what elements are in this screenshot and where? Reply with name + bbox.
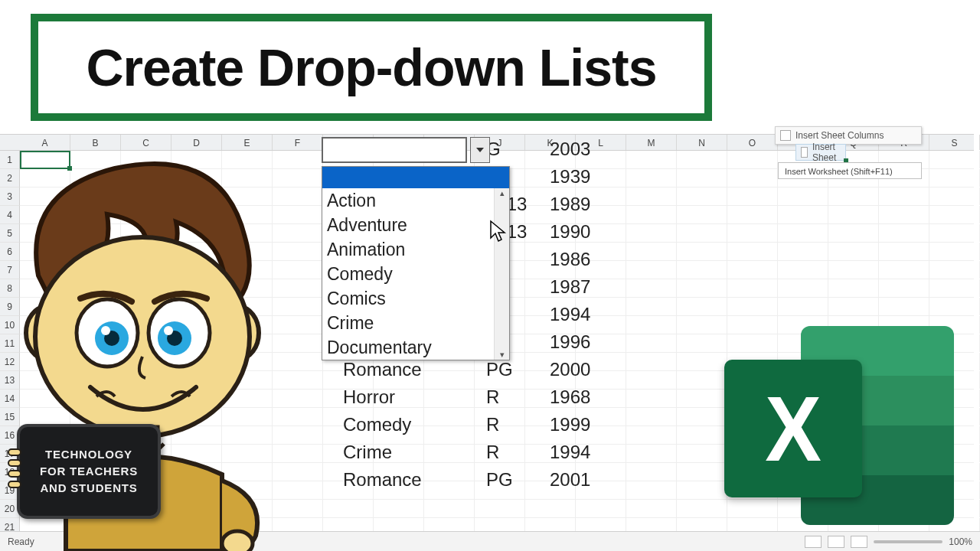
cell[interactable] bbox=[929, 224, 980, 242]
menu-insert-sheet-columns[interactable]: Insert Sheet Columns bbox=[776, 127, 921, 144]
cell[interactable] bbox=[374, 500, 424, 517]
cell[interactable] bbox=[677, 463, 727, 481]
cell[interactable] bbox=[626, 481, 677, 499]
cell[interactable] bbox=[525, 500, 576, 517]
cell[interactable] bbox=[828, 206, 879, 223]
year-cell[interactable]: 2003 bbox=[550, 139, 590, 160]
cell[interactable] bbox=[727, 279, 778, 297]
genre-cell[interactable]: Romance bbox=[343, 469, 422, 491]
cell[interactable] bbox=[929, 151, 980, 168]
dropdown-list[interactable]: Action Adventure Animation Comedy Comics… bbox=[322, 166, 510, 360]
cell[interactable] bbox=[778, 206, 828, 223]
cell[interactable] bbox=[879, 224, 929, 242]
genre-cell[interactable]: Comedy bbox=[343, 414, 411, 435]
cell[interactable] bbox=[626, 187, 677, 205]
column-header[interactable]: N bbox=[677, 135, 727, 150]
cell[interactable] bbox=[626, 169, 677, 187]
cell[interactable] bbox=[828, 298, 879, 315]
cell[interactable] bbox=[727, 224, 778, 242]
cell[interactable] bbox=[677, 353, 727, 370]
cell[interactable] bbox=[828, 261, 879, 279]
cell[interactable] bbox=[727, 243, 778, 260]
cell[interactable] bbox=[677, 243, 727, 260]
year-cell[interactable]: 1990 bbox=[550, 221, 590, 243]
cell[interactable] bbox=[677, 187, 727, 205]
cell[interactable] bbox=[929, 279, 980, 297]
cell[interactable] bbox=[677, 261, 727, 279]
rating-cell[interactable]: R bbox=[486, 414, 499, 435]
cell[interactable] bbox=[424, 481, 475, 499]
cell[interactable] bbox=[677, 408, 727, 425]
rating-cell[interactable]: PG bbox=[486, 359, 513, 380]
cell[interactable] bbox=[626, 316, 677, 334]
cell[interactable] bbox=[677, 169, 727, 187]
menu-insert-sheet[interactable]: Insert Sheet bbox=[795, 144, 846, 161]
cell[interactable] bbox=[424, 426, 475, 444]
cell[interactable] bbox=[424, 445, 475, 462]
year-cell[interactable]: 2001 bbox=[550, 469, 590, 491]
year-cell[interactable]: 1994 bbox=[550, 442, 590, 463]
cell[interactable] bbox=[778, 261, 828, 279]
dropdown-option[interactable]: Crime bbox=[322, 311, 509, 335]
cell[interactable] bbox=[929, 298, 980, 315]
cell[interactable] bbox=[677, 224, 727, 242]
cell[interactable] bbox=[424, 463, 475, 481]
cell[interactable] bbox=[828, 243, 879, 260]
year-cell[interactable]: 1994 bbox=[550, 304, 590, 325]
cell[interactable] bbox=[677, 316, 727, 334]
cell[interactable] bbox=[879, 187, 929, 205]
cell[interactable] bbox=[626, 426, 677, 444]
cell[interactable] bbox=[879, 261, 929, 279]
cell[interactable] bbox=[475, 445, 525, 462]
cell[interactable] bbox=[727, 298, 778, 315]
cell[interactable] bbox=[626, 298, 677, 315]
cell[interactable] bbox=[626, 445, 677, 462]
cell[interactable] bbox=[727, 261, 778, 279]
cell[interactable] bbox=[677, 279, 727, 297]
cell[interactable] bbox=[778, 224, 828, 242]
cell[interactable] bbox=[879, 298, 929, 315]
cell[interactable] bbox=[929, 243, 980, 260]
dropdown-option[interactable]: Documentary bbox=[322, 335, 509, 360]
genre-cell[interactable]: Romance bbox=[343, 359, 422, 380]
cell[interactable] bbox=[475, 426, 525, 444]
dropdown-cell[interactable] bbox=[322, 137, 467, 163]
dropdown-option[interactable]: Animation bbox=[322, 237, 509, 262]
year-cell[interactable]: 1989 bbox=[550, 194, 590, 215]
cell[interactable] bbox=[828, 279, 879, 297]
cell[interactable] bbox=[727, 187, 778, 205]
view-pagelayout-button[interactable] bbox=[828, 536, 844, 548]
cell[interactable] bbox=[778, 187, 828, 205]
cell[interactable] bbox=[879, 243, 929, 260]
cell[interactable] bbox=[828, 224, 879, 242]
year-cell[interactable]: 1968 bbox=[550, 386, 590, 408]
cell[interactable] bbox=[929, 261, 980, 279]
rating-cell[interactable]: R bbox=[486, 442, 499, 463]
cell[interactable] bbox=[828, 187, 879, 205]
cell[interactable] bbox=[727, 169, 778, 187]
cell[interactable] bbox=[323, 500, 374, 517]
cell[interactable] bbox=[626, 279, 677, 297]
cell[interactable] bbox=[626, 408, 677, 425]
cell[interactable] bbox=[727, 151, 778, 168]
cell[interactable] bbox=[677, 206, 727, 223]
view-pagebreak-button[interactable] bbox=[851, 536, 867, 548]
cell[interactable] bbox=[424, 371, 475, 389]
cell[interactable] bbox=[626, 206, 677, 223]
year-cell[interactable]: 1996 bbox=[550, 331, 590, 353]
column-header[interactable]: O bbox=[727, 135, 778, 150]
column-header[interactable]: S bbox=[929, 135, 980, 150]
cell[interactable] bbox=[424, 390, 475, 407]
cell[interactable] bbox=[626, 224, 677, 242]
cell[interactable] bbox=[727, 206, 778, 223]
dropdown-option[interactable]: Adventure bbox=[322, 213, 509, 237]
cell[interactable] bbox=[626, 463, 677, 481]
cell[interactable] bbox=[677, 390, 727, 407]
cell[interactable] bbox=[626, 500, 677, 517]
zoom-slider[interactable] bbox=[874, 540, 942, 543]
cell[interactable] bbox=[626, 334, 677, 352]
dropdown-option[interactable]: Comedy bbox=[322, 262, 509, 286]
dropdown-option[interactable]: Action bbox=[322, 188, 509, 213]
cell[interactable] bbox=[778, 243, 828, 260]
dropdown-arrow-button[interactable] bbox=[470, 137, 490, 163]
